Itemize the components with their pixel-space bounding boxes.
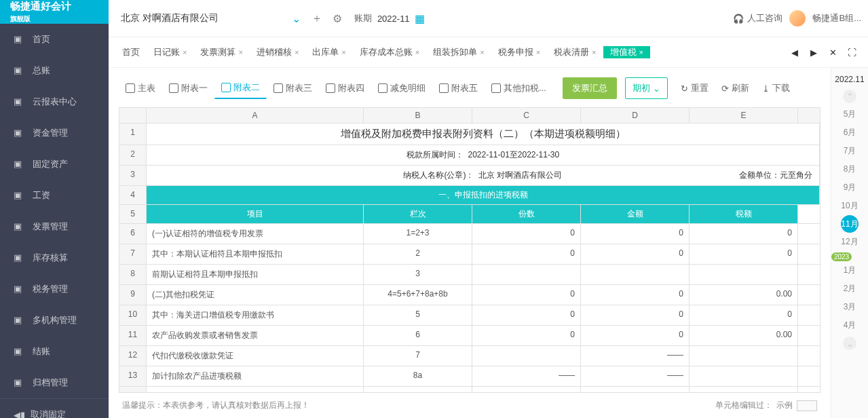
table-row[interactable]: 6(一)认证相符的增值税专用发票1=2+3000 xyxy=(119,224,820,244)
sidebar-item-invoice[interactable]: ▣发票管理 xyxy=(0,211,109,242)
year-up-button[interactable]: ⌃ xyxy=(843,90,856,103)
sheet-tab[interactable]: 减免明细 xyxy=(371,77,432,99)
tab-库存成本总账[interactable]: 库存成本总账× xyxy=(353,46,426,58)
tab-close-icon[interactable]: × xyxy=(592,48,596,56)
cell-col[interactable]: 8a xyxy=(364,366,472,386)
cell-item[interactable]: 代扣代缴税收缴款凭证 xyxy=(147,346,364,366)
tab-增值税[interactable]: 增值税× xyxy=(603,46,650,58)
tab-税务申报[interactable]: 税务申报× xyxy=(491,46,547,58)
col-header[interactable]: D xyxy=(581,108,690,123)
cell-qty[interactable]: 0 xyxy=(472,285,581,305)
cell-item[interactable]: 其中：本期认证相符且本期申报抵扣 xyxy=(147,244,364,264)
month-item[interactable]: 6月 xyxy=(839,124,860,142)
cell-col[interactable]: 4=5+6+7+8a+8b xyxy=(364,285,472,305)
tab-close-icon[interactable]: × xyxy=(536,48,540,56)
month-item[interactable]: 2月 xyxy=(839,280,860,298)
sidebar-item-close-book[interactable]: ▣结账 xyxy=(0,336,109,367)
period-init-button[interactable]: 期初 ⌄ xyxy=(625,77,668,99)
tab-next-button[interactable]: ▶ xyxy=(804,43,823,62)
cell-tax[interactable]: 0 xyxy=(690,387,798,393)
row-head[interactable]: 13 xyxy=(119,366,147,386)
col-header[interactable]: A xyxy=(147,108,364,123)
month-item[interactable]: 5月 xyxy=(839,105,860,124)
settings-icon[interactable]: ⚙ xyxy=(327,8,347,28)
tab-首页[interactable]: 首页 xyxy=(115,46,147,58)
month-item[interactable]: 10月 xyxy=(839,197,860,215)
sidebar-item-salary[interactable]: ▣工资 xyxy=(0,180,109,211)
row-head[interactable]: 5 xyxy=(119,205,147,223)
cell-item[interactable]: 农产品收购发票或者销售发票 xyxy=(147,326,364,345)
cell-amt[interactable] xyxy=(581,265,690,284)
period-value[interactable]: 2022-11 xyxy=(377,14,410,24)
cell-col[interactable]: 3 xyxy=(364,265,472,284)
table-row[interactable]: 9(二)其他扣税凭证4=5+6+7+8a+8b000.00 xyxy=(119,285,820,305)
cell-item[interactable]: 其他 xyxy=(147,387,364,393)
row-head[interactable]: 8 xyxy=(119,265,147,284)
tab-close-icon[interactable]: × xyxy=(480,48,484,56)
tab-出库单[interactable]: 出库单× xyxy=(305,46,352,58)
cell-item[interactable]: 其中：海关进口增值税专用缴款书 xyxy=(147,305,364,325)
row-head[interactable]: 4 xyxy=(119,186,147,204)
cell-qty[interactable]: 0 xyxy=(472,244,581,264)
spreadsheet[interactable]: A B C D E 1增值税及附加税费申报表附列资料（二）（本期进项税额明细） … xyxy=(119,107,820,393)
sidebar-item-ledger[interactable]: ▣总账 xyxy=(0,55,109,86)
cell-qty[interactable]: 0 xyxy=(472,305,581,325)
fullscreen-button[interactable]: ⛶ xyxy=(842,43,861,62)
cell-amt[interactable]: —— xyxy=(581,366,690,386)
tab-close-icon[interactable]: × xyxy=(295,48,299,56)
sidebar-item-tax[interactable]: ▣税务管理 xyxy=(0,273,109,305)
cell-col[interactable]: 8b xyxy=(364,387,472,393)
cell-amt[interactable]: —— xyxy=(581,346,690,366)
month-item[interactable]: 1月 xyxy=(839,261,860,280)
refresh-button[interactable]: ⟳刷新 xyxy=(721,82,749,94)
row-head[interactable]: 14 xyxy=(119,387,147,393)
row-head[interactable]: 12 xyxy=(119,346,147,366)
sheet-tab[interactable]: 附表二 xyxy=(214,77,267,99)
tab-日记账[interactable]: 日记账× xyxy=(147,46,193,58)
table-row[interactable]: 11农产品收购发票或者销售发票6000.00 xyxy=(119,326,820,346)
tab-进销稽核[interactable]: 进销稽核× xyxy=(250,46,305,58)
row-head[interactable]: 11 xyxy=(119,326,147,345)
tab-税表清册[interactable]: 税表清册× xyxy=(547,46,603,58)
calendar-icon[interactable]: ▦ xyxy=(410,8,430,28)
cell-col[interactable]: 6 xyxy=(364,326,472,345)
row-head[interactable]: 2 xyxy=(119,145,147,165)
username[interactable]: 畅捷通B组... xyxy=(812,12,861,24)
cell-tax[interactable] xyxy=(690,366,798,386)
row-head[interactable]: 1 xyxy=(119,124,147,145)
cell-tax[interactable]: 0.00 xyxy=(690,326,798,345)
sheet-tab[interactable]: 附表四 xyxy=(319,77,371,99)
table-row[interactable]: 8前期认证相符且本期申报抵扣3 xyxy=(119,265,820,285)
cell-col[interactable]: 2 xyxy=(364,244,472,264)
consult-button[interactable]: 🎧 人工咨询 xyxy=(733,12,782,24)
invoice-summary-button[interactable]: 发票汇总 xyxy=(563,77,617,99)
tab-close-icon[interactable]: × xyxy=(238,48,242,56)
year-down-button[interactable]: ⌄ xyxy=(843,337,856,350)
month-item[interactable]: 3月 xyxy=(839,298,860,316)
tab-close-icon[interactable]: × xyxy=(415,48,419,56)
cell-qty[interactable]: —— xyxy=(472,366,581,386)
table-row[interactable]: 12代扣代缴税收缴款凭证7—— xyxy=(119,346,820,366)
tab-close-icon[interactable]: × xyxy=(341,48,345,56)
tab-close-all-button[interactable]: ✕ xyxy=(823,43,842,62)
table-row[interactable]: 7其中：本期认证相符且本期申报抵扣2000 xyxy=(119,244,820,265)
download-button[interactable]: ⤓下载 xyxy=(762,82,790,94)
cell-tax[interactable] xyxy=(690,346,798,366)
month-active[interactable]: 11月 xyxy=(841,215,858,233)
dropdown-icon[interactable]: ⌄ xyxy=(286,8,307,28)
cell-amt[interactable]: 0 xyxy=(581,305,690,325)
row-head[interactable]: 6 xyxy=(119,224,147,244)
cell-tax[interactable]: 0 xyxy=(690,244,798,264)
cell-qty[interactable]: 0 xyxy=(472,326,581,345)
col-header[interactable]: B xyxy=(364,108,472,123)
cell-qty[interactable] xyxy=(472,265,581,284)
cell-qty[interactable]: 0 xyxy=(472,387,581,393)
cell-tax[interactable] xyxy=(690,265,798,284)
month-item[interactable]: 4月 xyxy=(839,316,860,335)
add-button[interactable]: ＋ xyxy=(307,8,327,28)
cell-amt[interactable]: 0 xyxy=(581,224,690,244)
month-item[interactable]: 7月 xyxy=(839,142,860,160)
tab-close-icon[interactable]: × xyxy=(639,48,643,56)
cell-amt[interactable]: 0 xyxy=(581,285,690,305)
table-row[interactable]: 10其中：海关进口增值税专用缴款书5000 xyxy=(119,305,820,326)
